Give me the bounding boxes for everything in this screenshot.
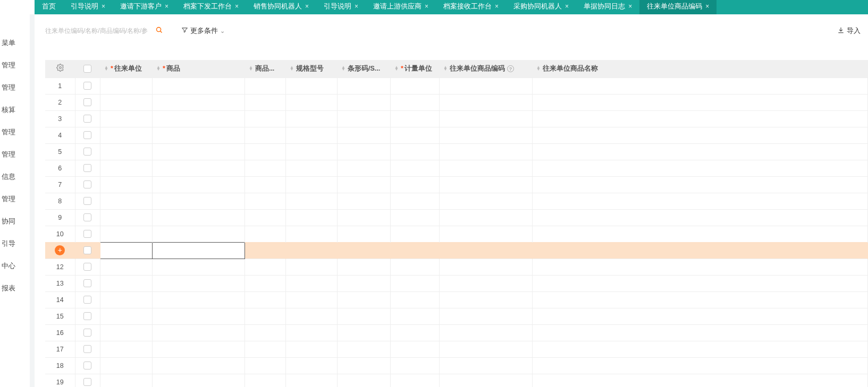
table-body: 12345678910+1213141516171819 — [45, 78, 868, 387]
cell — [532, 308, 868, 324]
data-table-wrap: ▲▼*往来单位 ▲▼*商品 ▲▼商品... ▲▼规格型号 ▲▼条形码/S... … — [45, 60, 868, 387]
row-index: 8 — [45, 193, 75, 209]
col-settings[interactable] — [45, 60, 75, 78]
sidebar-item[interactable]: 管理 — [0, 76, 17, 99]
sidebar-item[interactable]: 管理 — [0, 54, 17, 76]
sidebar-item[interactable]: 报表 — [0, 277, 17, 299]
cell — [285, 160, 337, 176]
row-checkbox[interactable] — [83, 296, 91, 304]
search-input[interactable] — [45, 23, 163, 38]
tab[interactable]: 首页 — [35, 0, 63, 14]
cell — [390, 127, 439, 143]
table-row: 10 — [45, 226, 868, 242]
sidebar-item[interactable]: 信息 — [0, 166, 17, 188]
row-checkbox[interactable] — [83, 131, 91, 139]
sort-icon: ▲▼ — [341, 66, 345, 71]
cell — [390, 291, 439, 308]
cell — [532, 341, 868, 357]
sidebar-item[interactable]: 协同 — [0, 210, 17, 233]
cell-editor[interactable] — [153, 243, 245, 259]
sort-icon: ▲▼ — [443, 66, 448, 71]
cell — [100, 78, 152, 94]
row-checkbox[interactable] — [83, 362, 91, 369]
close-icon[interactable]: × — [355, 3, 358, 10]
row-checkbox[interactable] — [83, 230, 91, 238]
col-uom[interactable]: ▲▼*计量单位 — [390, 60, 439, 78]
close-icon[interactable]: × — [425, 3, 428, 10]
cell — [152, 226, 245, 242]
row-checkbox[interactable] — [83, 279, 91, 287]
tab[interactable]: 邀请上游供应商× — [366, 0, 436, 14]
row-checkbox[interactable] — [83, 98, 91, 106]
row-checkbox[interactable] — [83, 213, 91, 221]
tab[interactable]: 邀请下游客户× — [113, 0, 176, 14]
close-icon[interactable]: × — [305, 3, 309, 10]
row-checkbox[interactable] — [83, 378, 91, 386]
tab[interactable]: 档案下发工作台× — [176, 0, 246, 14]
sidebar-item[interactable]: 管理 — [0, 121, 17, 143]
row-checkbox[interactable] — [83, 263, 91, 271]
row-select-cell — [75, 341, 100, 357]
help-icon[interactable]: ? — [507, 65, 514, 72]
col-select-all[interactable] — [75, 60, 100, 78]
add-row-button[interactable]: + — [55, 245, 65, 255]
close-icon[interactable]: × — [495, 3, 499, 10]
close-icon[interactable]: × — [102, 3, 105, 10]
tab-label: 档案下发工作台 — [183, 2, 232, 11]
tab[interactable]: 采购协同机器人× — [506, 0, 576, 14]
row-checkbox[interactable] — [83, 197, 91, 205]
sidebar-item[interactable]: 中心 — [0, 255, 17, 277]
sidebar-item[interactable]: 管理 — [0, 143, 17, 166]
sidebar-item[interactable]: 核算 — [0, 99, 17, 121]
row-select-cell — [75, 242, 100, 259]
row-checkbox[interactable] — [83, 345, 91, 353]
row-checkbox[interactable] — [83, 329, 91, 337]
col-product-class[interactable]: ▲▼商品... — [245, 60, 285, 78]
tab[interactable]: 往来单位商品编码× — [639, 0, 717, 14]
column-label: 商品 — [166, 65, 180, 72]
cell — [285, 193, 337, 209]
row-checkbox[interactable] — [83, 148, 91, 156]
row-checkbox[interactable] — [83, 246, 91, 254]
close-icon[interactable]: × — [565, 3, 569, 10]
sidebar-item[interactable]: 菜单 — [0, 32, 17, 54]
search-icon[interactable] — [155, 26, 163, 36]
export-button[interactable]: 导入 — [837, 26, 861, 36]
cell — [390, 374, 439, 387]
close-icon[interactable]: × — [705, 3, 709, 10]
col-product[interactable]: ▲▼*商品 — [152, 60, 245, 78]
close-icon[interactable]: × — [165, 3, 168, 10]
row-checkbox[interactable] — [83, 180, 91, 188]
tab[interactable]: 单据协同日志× — [576, 0, 639, 14]
tab[interactable]: 引导说明× — [63, 0, 113, 14]
close-icon[interactable]: × — [235, 3, 239, 10]
chevron-down-icon: ⌄ — [220, 28, 225, 35]
row-checkbox[interactable] — [83, 82, 91, 90]
col-unit-product-code[interactable]: ▲▼往来单位商品编码? — [439, 60, 532, 78]
cell[interactable] — [100, 242, 152, 259]
tab[interactable]: 档案接收工作台× — [436, 0, 506, 14]
col-barcode[interactable]: ▲▼条形码/S... — [337, 60, 390, 78]
sidebar-item[interactable]: 引导 — [0, 233, 17, 255]
svg-line-1 — [161, 31, 162, 33]
row-checkbox[interactable] — [83, 115, 91, 123]
cell — [390, 242, 439, 259]
select-all-checkbox[interactable] — [83, 65, 91, 73]
close-icon[interactable]: × — [628, 3, 632, 10]
cell — [245, 176, 285, 193]
col-spec[interactable]: ▲▼规格型号 — [285, 60, 337, 78]
tab[interactable]: 销售协同机器人× — [246, 0, 316, 14]
row-checkbox[interactable] — [83, 164, 91, 172]
tab[interactable]: 引导说明× — [316, 0, 366, 14]
cell — [152, 110, 245, 127]
row-checkbox[interactable] — [83, 312, 91, 320]
sidebar-item[interactable]: 管理 — [0, 188, 17, 210]
cell[interactable] — [152, 242, 245, 259]
cell — [439, 308, 532, 324]
sort-icon: ▲▼ — [104, 66, 108, 71]
more-conditions-button[interactable]: 更多条件 ⌄ — [181, 26, 225, 36]
col-unit-product-name[interactable]: ▲▼往来单位商品名称 — [532, 60, 868, 78]
col-unit[interactable]: ▲▼*往来单位 — [100, 60, 152, 78]
tab-label: 邀请上游供应商 — [373, 2, 422, 11]
cell-editor[interactable] — [100, 243, 152, 259]
